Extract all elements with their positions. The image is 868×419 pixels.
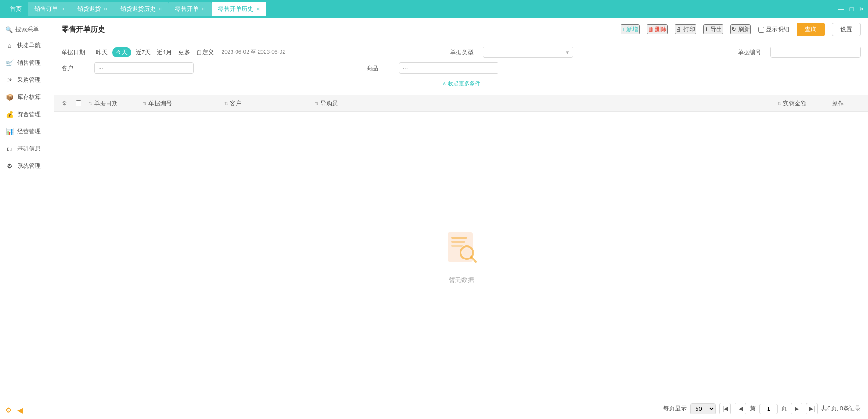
page-input[interactable] [759, 404, 778, 414]
type-label: 单据类型 [450, 48, 477, 56]
date-opt-custom[interactable]: 自定义 [194, 47, 216, 57]
empty-illustration [439, 226, 484, 271]
pagination: 每页显示 50 20 100 |◀ ◀ 第 页 ▶ ▶| 共0页, 0条记录 [54, 398, 868, 419]
settings-icon: ⚙ [5, 162, 14, 170]
refresh-button[interactable]: ↻ 刷新 [730, 24, 751, 34]
sidebar-item-finance[interactable]: 💰 资金管理 [0, 106, 54, 123]
print-button[interactable]: 🖨 打印 [675, 24, 696, 34]
tab-bar: 首页 销售订单 ✕ 销货退货 ✕ 销货退货历史 ✕ 零售开单 ✕ 零售开单历史 … [0, 0, 868, 18]
sidebar-item-sales-label: 销售管理 [17, 59, 41, 67]
sidebar-item-management[interactable]: 📊 经营管理 [0, 123, 54, 140]
tab-sales-return-history-close[interactable]: ✕ [158, 6, 162, 12]
empty-state: 暂无数据 [54, 112, 868, 398]
select-all-input[interactable] [76, 100, 81, 106]
svg-rect-1 [451, 237, 467, 239]
th-date-label: 单据日期 [94, 99, 118, 108]
sidebar-collapse-icon[interactable]: ◀ [17, 406, 23, 414]
sidebar-item-purchase[interactable]: 🛍 采购管理 [0, 71, 54, 89]
th-guide: ⇅ 导购员 [311, 99, 365, 108]
customer-placeholder: ··· [98, 65, 103, 71]
tab-sales-order[interactable]: 销售订单 ✕ [28, 2, 71, 16]
goods-input[interactable]: ··· [399, 62, 498, 74]
sort-date-icon[interactable]: ⇅ [89, 101, 92, 106]
column-settings-icon[interactable]: ⚙ [58, 100, 71, 107]
sidebar-item-finance-label: 资金管理 [17, 110, 41, 118]
tab-retail-order[interactable]: 零售开单 ✕ [169, 2, 212, 16]
page-word: 第 [750, 405, 756, 413]
date-range: 2023-06-02 至 2023-06-02 [221, 48, 285, 56]
box-icon: 📦 [5, 93, 14, 101]
next-page-button[interactable]: ▶ [791, 403, 802, 414]
sort-amount-icon[interactable]: ⇅ [778, 101, 781, 106]
sort-num-icon[interactable]: ⇅ [143, 101, 147, 106]
empty-text: 暂无数据 [449, 276, 474, 284]
sidebar-item-quicknav-label: 快捷导航 [17, 42, 41, 50]
date-opt-1month[interactable]: 近1月 [155, 47, 174, 57]
first-page-button[interactable]: |◀ [719, 403, 731, 414]
display-cols-input[interactable] [758, 27, 764, 33]
settings-button[interactable]: 设置 [832, 23, 861, 36]
tab-retail-order-close[interactable]: ✕ [201, 6, 205, 12]
sidebar-search[interactable]: 🔍 搜索采单 [0, 22, 54, 37]
sidebar-item-sales[interactable]: 🛒 销售管理 [0, 54, 54, 71]
customer-label: 客户 [62, 64, 89, 72]
last-page-button[interactable]: ▶| [806, 403, 818, 414]
page-title: 零售开单历史 [62, 25, 105, 34]
minimize-button[interactable]: — [838, 5, 844, 13]
select-all-checkbox[interactable] [71, 100, 85, 106]
th-ops: 操作 [828, 99, 864, 108]
date-opt-7days[interactable]: 近7天 [134, 47, 152, 57]
sidebar-item-inventory[interactable]: 📦 库存核算 [0, 89, 54, 106]
sidebar-item-basicinfo[interactable]: 🗂 基础信息 [0, 140, 54, 157]
type-select[interactable]: ▾ [483, 47, 573, 58]
sidebar-item-system[interactable]: ⚙ 系统管理 [0, 157, 54, 174]
tab-sales-return-history[interactable]: 销货退货历史 ✕ [114, 2, 169, 16]
sidebar: 🔍 搜索采单 ⌂ 快捷导航 🛒 销售管理 🛍 采购管理 📦 库存核算 💰 资金管… [0, 18, 54, 419]
query-button[interactable]: 查询 [797, 23, 825, 36]
sort-guide-icon[interactable]: ⇅ [315, 101, 318, 106]
svg-rect-2 [451, 241, 465, 243]
date-opt-yesterday[interactable]: 昨天 [94, 47, 109, 57]
close-button[interactable]: ✕ [859, 5, 864, 13]
delete-button[interactable]: 🗑 删除 [647, 24, 668, 34]
date-opt-today[interactable]: 今天 [112, 47, 131, 57]
export-button[interactable]: ⬆ 导出 [703, 24, 724, 34]
date-options: 昨天 今天 近7天 近1月 更多 自定义 [94, 47, 216, 57]
svg-rect-3 [451, 245, 463, 247]
filter-row-2: 客户 ··· 商品 ··· [62, 62, 861, 74]
sidebar-gear-icon[interactable]: ⚙ [5, 406, 12, 414]
table-container: ⚙ ⇅ 单据日期 ⇅ 单据编号 ⇅ 客户 ⇅ 导购员 [54, 95, 868, 419]
tab-retail-history-close[interactable]: ✕ [256, 6, 260, 12]
sidebar-item-system-label: 系统管理 [17, 162, 41, 170]
date-opt-more[interactable]: 更多 [176, 47, 192, 57]
prev-page-button[interactable]: ◀ [735, 403, 746, 414]
customer-input[interactable]: ··· [94, 62, 194, 74]
sidebar-item-quicknav[interactable]: ⌂ 快捷导航 [0, 37, 54, 54]
tab-retail-order-label: 零售开单 [175, 5, 199, 13]
window-controls: — □ ✕ [838, 5, 864, 13]
display-cols-checkbox[interactable]: 显示明细 [758, 25, 789, 33]
tab-retail-history-label: 零售开单历史 [218, 5, 253, 13]
th-ops-label: 操作 [832, 99, 844, 108]
num-input[interactable] [770, 47, 861, 58]
cart-icon: 🛒 [5, 59, 14, 67]
main-layout: 🔍 搜索采单 ⌂ 快捷导航 🛒 销售管理 🛍 采购管理 📦 库存核算 💰 资金管… [0, 18, 868, 419]
chart-icon: 📊 [5, 127, 14, 136]
page-size-select[interactable]: 50 20 100 [690, 403, 716, 414]
date-label: 单据日期 [62, 48, 89, 56]
tab-sales-return-close[interactable]: ✕ [104, 6, 108, 12]
tab-sales-return[interactable]: 销货退货 ✕ [71, 2, 114, 16]
sidebar-item-inventory-label: 库存核算 [17, 93, 41, 101]
th-num-label: 单据编号 [148, 99, 172, 108]
th-num: ⇅ 单据编号 [139, 99, 221, 108]
tab-home[interactable]: 首页 [4, 2, 28, 16]
sort-customer-icon[interactable]: ⇅ [224, 101, 228, 106]
add-button[interactable]: + 新增 [621, 24, 639, 34]
tab-sales-order-close[interactable]: ✕ [61, 6, 65, 12]
info-icon: 🗂 [5, 145, 14, 153]
collapse-bar[interactable]: ∧ 收起更多条件 [62, 78, 861, 89]
maximize-button[interactable]: □ [850, 5, 854, 13]
tab-retail-history[interactable]: 零售开单历史 ✕ [212, 2, 266, 16]
sidebar-item-management-label: 经营管理 [17, 127, 41, 136]
collapse-icon: ∧ [442, 80, 446, 87]
